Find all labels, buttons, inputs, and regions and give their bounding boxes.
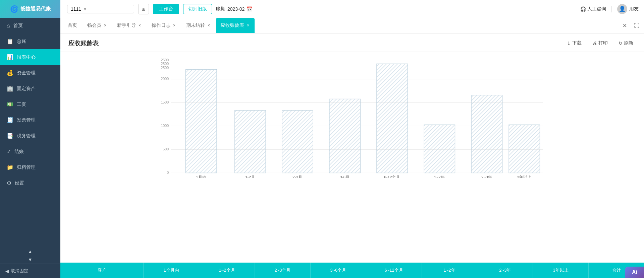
- sidebar-item-reports[interactable]: 📊 报表中心: [0, 49, 60, 65]
- calendar-icon[interactable]: 📅: [247, 6, 252, 12]
- download-button[interactable]: ⤓ 下载: [564, 39, 584, 48]
- sidebar-item-funds[interactable]: 💰 资金管理: [0, 65, 60, 81]
- svg-text:1月内: 1月内: [196, 175, 206, 178]
- svg-text:2500: 2500: [161, 66, 169, 70]
- th-1-2month: 1~2个月: [199, 263, 255, 278]
- tab-close-icon[interactable]: ×: [138, 23, 142, 28]
- copy-button[interactable]: ⊞: [138, 4, 149, 14]
- th-1-2year: 1~2年: [422, 263, 478, 278]
- th-3year-plus: 3年以上: [533, 263, 589, 278]
- headset-icon: 🎧: [580, 6, 586, 12]
- th-2-3month: 2~3个月: [255, 263, 311, 278]
- download-label: 下载: [572, 40, 582, 46]
- content-area: 首页 畅会员 × 新手引导 × 操作日志 × 期末结转 ×: [60, 18, 644, 278]
- tab-close-icon[interactable]: ×: [207, 23, 211, 28]
- tab-label: 首页: [68, 22, 77, 28]
- svg-text:0: 0: [167, 170, 169, 175]
- th-1month: 1个月内: [144, 263, 199, 278]
- svg-text:1-2月: 1-2月: [245, 175, 255, 178]
- tab-oplog[interactable]: 操作日志 ×: [147, 18, 181, 33]
- company-name: 1111: [71, 6, 81, 12]
- sidebar-item-checkout[interactable]: ✓ 结账: [0, 144, 60, 159]
- sidebar-item-tax[interactable]: 📑 税务管理: [0, 128, 60, 144]
- switch-version-button[interactable]: 切到旧版: [183, 4, 212, 14]
- svg-text:2-3月: 2-3月: [292, 175, 302, 178]
- tab-label: 期末结转: [186, 22, 205, 28]
- sidebar-item-salary[interactable]: 💵 工资: [0, 96, 60, 112]
- print-icon: 🖨: [592, 41, 597, 46]
- sidebar-item-label: 归档管理: [17, 164, 36, 170]
- tab-label: 操作日志: [152, 22, 170, 28]
- th-2-3year: 2~3年: [477, 263, 533, 278]
- sidebar-scroll-up[interactable]: ▲: [26, 248, 34, 256]
- close-tab-button[interactable]: ✕: [620, 21, 629, 30]
- service-label: 人工咨询: [587, 6, 606, 12]
- table-header: 客户 1个月内 1~2个月 2~3个月 3~6个月 6~12个月 1~2年 2~…: [60, 263, 644, 278]
- service-area[interactable]: 🎧 人工咨询: [580, 6, 606, 12]
- page-content: 应收账龄表 ⤓ 下载 🖨 打印 ↻ 刷新: [60, 33, 644, 278]
- tab-guide[interactable]: 新手引导 ×: [112, 18, 146, 33]
- workbench-button[interactable]: 工作台: [153, 4, 179, 14]
- svg-text:3年以上: 3年以上: [517, 175, 531, 178]
- divider: [611, 6, 612, 12]
- svg-text:2000: 2000: [161, 77, 169, 81]
- svg-text:2500: 2500: [161, 62, 169, 66]
- page-header: 应收账龄表 ⤓ 下载 🖨 打印 ↻ 刷新: [60, 33, 644, 52]
- page-title: 应收账龄表: [68, 39, 99, 47]
- home-icon: ⌂: [7, 23, 10, 29]
- svg-text:2500: 2500: [161, 58, 169, 62]
- sidebar-pin-toggle[interactable]: ◀ 取消固定: [0, 264, 60, 278]
- svg-rect-15: [235, 111, 266, 173]
- sidebar-item-home[interactable]: ⌂ 首页: [0, 18, 60, 33]
- ai-badge[interactable]: Ai: [625, 267, 644, 278]
- svg-rect-20: [471, 95, 502, 173]
- pin-icon: ◀: [5, 269, 9, 274]
- app-logo: 🌀 畅捷通易代账: [0, 0, 60, 18]
- tab-member[interactable]: 畅会员 ×: [83, 18, 112, 33]
- fixed-icon: 🏢: [7, 85, 13, 92]
- logo-icon: 🌀: [10, 5, 18, 13]
- tab-bar: 首页 畅会员 × 新手引导 × 操作日志 × 期末结转 ×: [60, 18, 644, 33]
- th-3-6month: 3~6个月: [311, 263, 366, 278]
- svg-text:1~2年: 1~2年: [434, 175, 445, 178]
- sidebar-item-fixed[interactable]: 🏢 固定资产: [0, 81, 60, 96]
- tab-close-icon[interactable]: ×: [246, 23, 250, 28]
- user-info[interactable]: 👤 用友: [617, 4, 639, 14]
- period-value: 2023-02: [227, 6, 245, 12]
- sidebar-item-settings[interactable]: ⚙ 设置: [0, 175, 60, 191]
- tab-label: 应收账龄表: [221, 22, 244, 28]
- sidebar-scroll-down[interactable]: ▼: [26, 256, 34, 264]
- period-label: 账期: [216, 6, 225, 12]
- tab-home[interactable]: 首页: [63, 18, 82, 33]
- sidebar-item-label: 总账: [17, 39, 26, 45]
- chart-area: 0 500 1000 1500 2000 2500 2500 2500: [60, 52, 644, 263]
- tab-close-icon[interactable]: ×: [172, 23, 176, 28]
- refresh-button[interactable]: ↻ 刷新: [616, 39, 636, 48]
- tab-ar-aging[interactable]: 应收账龄表 ×: [216, 18, 255, 33]
- sidebar-item-ledger[interactable]: 📋 总账: [0, 33, 60, 49]
- chevron-down-icon: ▾: [84, 6, 86, 12]
- ai-label: Ai: [632, 269, 637, 275]
- tax-icon: 📑: [7, 133, 13, 139]
- sidebar-item-label: 资金管理: [17, 70, 36, 76]
- expand-tab-button[interactable]: ⛶: [632, 21, 641, 30]
- bar-chart: 0 500 1000 1500 2000 2500 2500 2500: [68, 57, 636, 178]
- tab-period-end[interactable]: 期末结转 ×: [181, 18, 215, 33]
- sidebar-item-label: 首页: [13, 23, 23, 29]
- username: 用友: [629, 6, 639, 12]
- company-selector[interactable]: 1111 ▾: [67, 5, 134, 13]
- reports-icon: 📊: [7, 54, 13, 60]
- svg-rect-17: [329, 99, 360, 173]
- invoice-icon: 🧾: [7, 117, 13, 123]
- app-name: 畅捷通易代账: [20, 6, 51, 12]
- ledger-icon: 📋: [7, 38, 13, 45]
- sidebar-item-archive[interactable]: 📁 归档管理: [0, 159, 60, 175]
- tab-close-icon[interactable]: ×: [103, 23, 107, 28]
- sidebar-item-invoice[interactable]: 🧾 发票管理: [0, 112, 60, 128]
- svg-text:1000: 1000: [161, 124, 169, 128]
- svg-rect-16: [282, 111, 313, 173]
- svg-text:1500: 1500: [161, 100, 169, 104]
- print-button[interactable]: 🖨 打印: [590, 39, 610, 48]
- svg-text:2~3年: 2~3年: [481, 175, 492, 178]
- svg-text:500: 500: [163, 147, 169, 151]
